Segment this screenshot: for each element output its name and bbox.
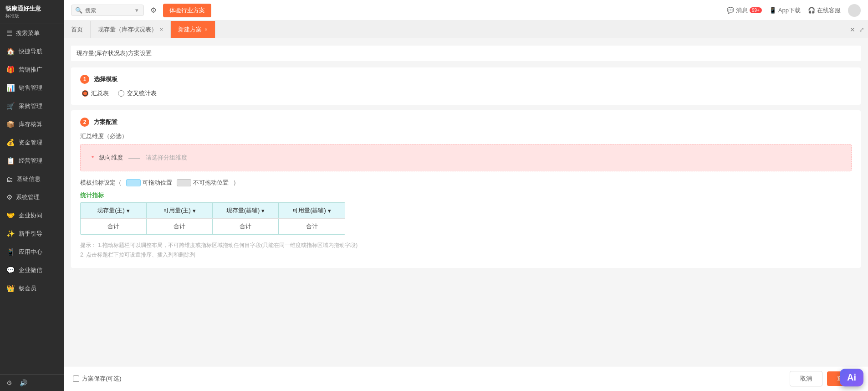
save-checkbox[interactable] — [73, 376, 79, 382]
summary-radio[interactable] — [82, 90, 88, 97]
dimension-box[interactable]: * 纵向维度 —— 请选择分组维度 — [80, 144, 852, 171]
tab-home[interactable]: 首页 — [64, 21, 91, 38]
header-dropdown-0[interactable]: ▾ — [127, 207, 130, 214]
gear-icon[interactable]: ⚙ — [150, 6, 157, 15]
sidebar-item-marketing[interactable]: 🎁营销推广 — [0, 61, 64, 79]
cancel-button[interactable]: 取消 — [790, 371, 822, 386]
user-avatar[interactable] — [848, 4, 861, 17]
sidebar-item-basic-info[interactable]: 🗂基础信息 — [0, 170, 64, 188]
messages-area[interactable]: 💬 消息 99+ — [727, 6, 762, 15]
content-area: 现存量(库存状况表)方案设置 1 选择模板 汇总表 交叉统计表 2 — [64, 38, 868, 366]
tips-section: 提示： 1.拖动标题栏可以调整布局，不可跨维度或指标区域拖动任何目字段(只能在同… — [80, 242, 852, 259]
sidebar-item-inventory[interactable]: 📦库存核算 — [0, 115, 64, 134]
header-dropdown-1[interactable]: ▾ — [193, 207, 196, 214]
template-cross-option[interactable]: 交叉统计表 — [118, 89, 157, 98]
sidebar-item-vip[interactable]: 👑畅会员 — [0, 279, 64, 298]
table-header-cell-3[interactable]: 可用量(基辅)▾ — [279, 203, 345, 218]
settings-icon[interactable]: ⚙ — [6, 379, 12, 386]
sidebar-icon-newbie: ✨ — [6, 230, 15, 238]
section-1-header: 1 选择模板 — [80, 75, 852, 84]
sidebar-nav: ☰搜索菜单🏠快捷导航🎁营销推广📊销售管理🛒采购管理📦库存核算💰资金管理📋经营管理… — [0, 24, 64, 374]
indicator-settings: 模板指标设定（ 可拖动位置 不可拖动位置 ） — [80, 179, 852, 187]
sidebar-icon-inventory: 📦 — [6, 120, 15, 129]
dim-placeholder: 请选择分组维度 — [146, 154, 187, 162]
indicator-table: 现存量(主)▾可用量(主)▾现存量(基辅)▾可用量(基辅)▾ 合计合计合计合计 — [80, 202, 345, 235]
sidebar-label-enterprise-wx: 企业微信 — [19, 266, 42, 274]
close-tab-icon[interactable]: ✕ — [850, 26, 855, 33]
table-header-cell-1[interactable]: 可用量(主)▾ — [147, 203, 213, 218]
header-right: 💬 消息 99+ 📱 App下载 🎧 在线客服 — [727, 4, 861, 17]
tabs-bar: 首页现存量（库存状况表）×新建方案× ✕ ⤢ — [64, 21, 868, 38]
summary-dim-label: 汇总维度（必选） — [80, 132, 852, 140]
app-download-label: App下载 — [778, 6, 801, 15]
sidebar-item-sales[interactable]: 📊销售管理 — [0, 79, 64, 97]
header-label-1: 可用量(主) — [163, 206, 191, 215]
table-header-row: 现存量(主)▾可用量(主)▾现存量(基辅)▾可用量(基辅)▾ — [81, 203, 345, 218]
header-dropdown-3[interactable]: ▾ — [328, 207, 331, 214]
sidebar-icon-quick-nav: 🏠 — [6, 47, 15, 56]
table-header-cell-0[interactable]: 现存量(主)▾ — [81, 203, 147, 218]
sidebar-label-quick-nav: 快捷导航 — [19, 47, 42, 56]
search-input[interactable] — [85, 7, 131, 14]
tab-inventory-status[interactable]: 现存量（库存状况表）× — [91, 21, 171, 38]
header-dropdown-2[interactable]: ▾ — [261, 207, 265, 214]
sidebar-item-finance[interactable]: 💰资金管理 — [0, 134, 64, 152]
messages-label: 消息 — [736, 6, 748, 15]
sidebar-item-newbie[interactable]: ✨新手引导 — [0, 225, 64, 243]
summary-label: 汇总表 — [91, 89, 109, 98]
sidebar-item-system[interactable]: ⚙系统管理 — [0, 188, 64, 206]
sidebar-item-operations[interactable]: 📋经营管理 — [0, 152, 64, 170]
header-label-0: 现存量(主) — [97, 206, 125, 215]
audio-icon[interactable]: 🔊 — [20, 379, 27, 386]
sidebar-label-newbie: 新手引导 — [19, 230, 42, 238]
sidebar-label-system: 系统管理 — [16, 193, 40, 201]
sidebar-icon-basic-info: 🗂 — [6, 175, 13, 183]
sidebar: 畅康通好生意 标准版 ☰搜索菜单🏠快捷导航🎁营销推广📊销售管理🛒采购管理📦库存核… — [0, 0, 64, 391]
tab-close-inventory-status[interactable]: × — [160, 26, 163, 33]
table-header-cell-2[interactable]: 现存量(基辅)▾ — [213, 203, 279, 218]
tab-close-new-plan[interactable]: × — [204, 26, 208, 33]
sidebar-icon-enterprise: 🤝 — [6, 211, 15, 220]
cross-radio[interactable] — [118, 90, 124, 97]
save-option[interactable]: 方案保存(可选) — [73, 375, 122, 383]
dim-arrow: —— — [128, 154, 140, 161]
app-download-area[interactable]: 📱 App下载 — [769, 6, 801, 15]
stats-label: 统计指标 — [80, 191, 852, 200]
save-option-label: 方案保存(可选) — [82, 375, 122, 383]
search-dropdown-icon[interactable]: ▾ — [135, 7, 138, 14]
sidebar-icon-purchase: 🛒 — [6, 102, 15, 110]
legend-draggable-label: 可拖动位置 — [143, 179, 172, 187]
sidebar-icon-enterprise-wx: 💬 — [6, 266, 15, 274]
sidebar-item-app-center[interactable]: 📱应用中心 — [0, 243, 64, 261]
ai-float-button[interactable]: Ai — [840, 369, 863, 386]
indicator-settings-label: 模板指标设定（ — [80, 179, 122, 187]
draggable-box — [126, 179, 141, 186]
tab-actions: ✕ ⤢ — [846, 21, 868, 38]
sidebar-label-purchase: 采购管理 — [19, 102, 42, 110]
tab-label-inventory-status: 现存量（库存状况表） — [98, 26, 157, 34]
sidebar-item-quick-nav[interactable]: 🏠快捷导航 — [0, 42, 64, 61]
table-data-cell-3: 合计 — [279, 219, 345, 234]
trial-button[interactable]: 体验行业方案 — [163, 4, 211, 17]
tab-label-new-plan: 新建方案 — [178, 26, 202, 34]
sidebar-item-enterprise-wx[interactable]: 💬企业微信 — [0, 261, 64, 279]
search-area[interactable]: 🔍 ▾ — [71, 5, 144, 16]
table-data-cell-0: 合计 — [81, 219, 147, 234]
section-1-card: 1 选择模板 汇总表 交叉统计表 — [71, 67, 861, 105]
sidebar-item-enterprise[interactable]: 🤝企业协同 — [0, 206, 64, 225]
sidebar-footer: ⚙ 🔊 — [0, 374, 64, 391]
online-service-area[interactable]: 🎧 在线客服 — [808, 6, 841, 15]
expand-tab-icon[interactable]: ⤢ — [859, 26, 864, 33]
tab-new-plan[interactable]: 新建方案× — [171, 21, 215, 38]
sidebar-item-search-menu[interactable]: ☰搜索菜单 — [0, 24, 64, 42]
required-star: * — [92, 154, 94, 161]
sidebar-item-purchase[interactable]: 🛒采购管理 — [0, 97, 64, 115]
headset-icon: 🎧 — [808, 7, 815, 14]
section-2-card: 2 方案配置 汇总维度（必选） * 纵向维度 —— 请选择分组维度 模板指标设定… — [71, 110, 861, 268]
template-summary-option[interactable]: 汇总表 — [82, 89, 109, 98]
tab-label-home: 首页 — [71, 26, 83, 34]
sidebar-icon-marketing: 🎁 — [6, 66, 15, 74]
sidebar-icon-system: ⚙ — [6, 193, 12, 201]
legend-undraggable: 不可拖动位置 — [177, 179, 229, 187]
tips-row-1: 2. 点击标题栏下拉可设置排序、插入列和删除列 — [80, 251, 852, 259]
